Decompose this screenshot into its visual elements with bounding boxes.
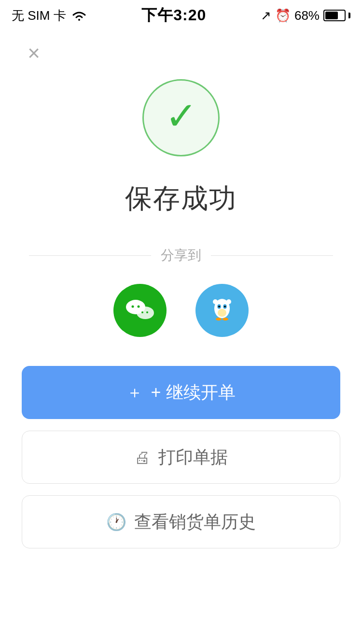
share-section: 分享到 [0, 246, 362, 337]
share-label: 分享到 [161, 246, 201, 265]
battery-indicator [323, 10, 350, 21]
svg-point-10 [224, 306, 226, 308]
checkmark-icon: ✓ [165, 97, 197, 136]
status-time: 下午3:20 [141, 5, 206, 26]
share-icons [113, 284, 249, 337]
success-icon-circle: ✓ [142, 79, 220, 156]
close-button[interactable]: × [19, 39, 48, 68]
success-title: 保存成功 [125, 181, 237, 217]
status-left: 无 SIM 卡 [12, 7, 87, 24]
print-label: 打印单据 [158, 446, 228, 469]
svg-point-1 [137, 307, 154, 319]
history-label: 查看销货单历史 [134, 510, 256, 534]
svg-point-2 [132, 306, 134, 308]
print-button[interactable]: 🖨 打印单据 [22, 431, 340, 484]
svg-point-5 [146, 311, 148, 313]
location-icon: ↗ [261, 8, 271, 23]
status-right: ↗ ⏰ 68% [261, 8, 350, 23]
qq-icon [207, 295, 237, 326]
svg-point-3 [138, 306, 140, 308]
continue-label: + 继续开单 [151, 381, 235, 405]
plus-icon: ＋ [126, 381, 143, 404]
close-icon: × [28, 42, 40, 64]
history-button[interactable]: 🕐 查看销货单历史 [22, 495, 340, 548]
carrier-text: 无 SIM 卡 [12, 7, 66, 24]
svg-point-13 [216, 318, 222, 321]
svg-point-12 [218, 309, 226, 317]
status-bar: 无 SIM 卡 下午3:20 ↗ ⏰ 68% [0, 0, 362, 31]
clock-icon: 🕐 [106, 512, 126, 532]
main-content: ✓ 保存成功 分享到 [0, 31, 362, 548]
divider-right [211, 255, 333, 256]
svg-point-9 [218, 306, 220, 308]
wifi-icon [71, 9, 87, 22]
continue-button[interactable]: ＋ + 继续开单 [22, 366, 340, 419]
alarm-icon: ⏰ [275, 8, 291, 23]
svg-point-15 [213, 299, 218, 304]
print-icon: 🖨 [134, 448, 151, 467]
action-buttons: ＋ + 继续开单 🖨 打印单据 🕐 查看销货单历史 [22, 366, 340, 548]
wechat-icon [123, 294, 157, 327]
qq-share-button[interactable] [195, 284, 249, 337]
divider-left [29, 255, 151, 256]
wechat-share-button[interactable] [113, 284, 167, 337]
svg-point-14 [223, 318, 228, 321]
battery-pct: 68% [294, 8, 320, 23]
svg-point-16 [226, 299, 231, 304]
svg-point-4 [141, 311, 143, 313]
share-divider: 分享到 [0, 246, 362, 265]
